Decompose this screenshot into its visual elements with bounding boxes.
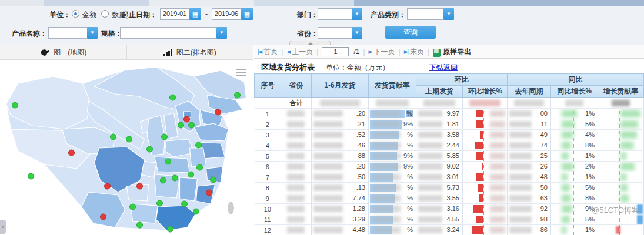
collapse-filter-handle[interactable] — [289, 41, 331, 45]
chevron-down-icon[interactable]: ▼ — [87, 27, 98, 39]
map-marker-red[interactable] — [137, 183, 143, 189]
cell-last-year: 86 — [508, 225, 551, 235]
cell-last-year: 49 — [508, 130, 551, 140]
table-row[interactable]: 124.48%3.24861% — [255, 225, 644, 235]
cell-mom-growth — [463, 98, 508, 109]
next-page-button[interactable]: 下一页 — [374, 47, 395, 57]
chevron-down-icon[interactable]: ▼ — [443, 8, 454, 20]
map-marker-green[interactable] — [157, 200, 163, 206]
map-marker-green[interactable] — [161, 177, 166, 183]
redacted-blur — [313, 184, 343, 191]
table-row[interactable]: 7.50%3.01481% — [255, 172, 644, 183]
tab-rank-chart[interactable]: 图二(排名图) — [126, 45, 253, 59]
chevron-down-icon[interactable]: ▼ — [352, 27, 362, 39]
chevron-down-icon[interactable]: ▼ — [352, 8, 362, 20]
last-page-button[interactable]: 末页 — [410, 47, 424, 57]
map-marker-red[interactable] — [215, 109, 221, 115]
table-row[interactable]: 5889%5.85251% — [255, 151, 644, 162]
china-map[interactable] — [0, 60, 253, 235]
map-marker-green[interactable] — [193, 209, 199, 214]
table-row[interactable]: 1.20%9.97001% — [255, 109, 644, 119]
header-growth-contribution: 增长贡献率 — [598, 86, 644, 98]
cell-prev-period: 2.44 — [416, 140, 463, 151]
drilldown-return-link[interactable]: 下钻返回 — [429, 63, 458, 73]
table-row[interactable]: 113.29%4.55985% — [255, 214, 644, 225]
product-dropdown[interactable]: ▼ — [48, 27, 98, 39]
map-marker-green[interactable] — [197, 164, 203, 170]
chevron-down-icon[interactable]: ▼ — [216, 27, 227, 39]
last-page-icon: ▶| — [404, 49, 408, 55]
redacted-blur — [372, 206, 401, 212]
unit-radio-amount-label[interactable]: 金额 — [82, 10, 96, 20]
map-marker-red[interactable] — [101, 214, 106, 220]
date-to-value[interactable]: 2019-06 — [212, 10, 241, 17]
baseline — [483, 193, 484, 203]
unit-radio-amount[interactable] — [72, 10, 79, 18]
map-marker-green[interactable] — [126, 136, 132, 142]
province-dropdown[interactable]: ▼ — [318, 27, 362, 39]
cell-yoy-growth: 1% — [551, 109, 598, 119]
tab-map-chart[interactable]: 图一(地图) — [0, 45, 126, 59]
cell-prev-period: 9.97 — [416, 109, 463, 119]
calendar-icon[interactable]: ▦ — [189, 8, 201, 20]
map-marker-green[interactable] — [12, 102, 18, 108]
map-marker-red[interactable] — [184, 116, 190, 122]
map-marker-red[interactable] — [69, 150, 75, 156]
baseline — [619, 130, 620, 140]
prev-page-button[interactable]: 上一页 — [292, 47, 313, 57]
map-marker-green[interactable] — [28, 173, 34, 179]
table-row[interactable]: 446%2.44748% — [255, 140, 644, 151]
map-marker-green[interactable] — [147, 146, 153, 152]
baseline — [619, 172, 620, 182]
map-marker-green[interactable] — [178, 122, 184, 128]
map-marker-red[interactable] — [105, 183, 111, 189]
date-to-input[interactable]: 2019-06 ▦ — [212, 8, 253, 20]
table-row[interactable]: 8.13%5.73505% — [255, 183, 644, 193]
dept-dropdown[interactable]: ▼ — [318, 8, 362, 20]
map-marker-green[interactable] — [168, 226, 173, 232]
cell-seq: 3 — [255, 130, 281, 140]
query-button[interactable]: 查询 — [385, 26, 436, 39]
map-marker-green[interactable] — [137, 222, 143, 228]
total-row[interactable]: 合计 — [255, 98, 644, 109]
map-marker-green[interactable] — [130, 204, 136, 210]
redacted-blur — [287, 153, 305, 159]
map-marker-red[interactable] — [206, 190, 212, 196]
table-row[interactable]: 6.209%9.02262% — [255, 162, 644, 172]
spec-dropdown[interactable]: ▼ — [120, 27, 227, 39]
cell-province — [281, 140, 312, 151]
redacted-blur — [418, 184, 442, 191]
mom-bar — [476, 120, 483, 128]
table-row[interactable]: 97.74%3.55638% — [255, 193, 644, 204]
map-marker-green[interactable] — [172, 175, 178, 181]
map-marker-green[interactable] — [182, 201, 188, 207]
map-marker-green[interactable] — [111, 134, 116, 140]
map-marker-green[interactable] — [170, 95, 176, 100]
calendar-icon[interactable]: ▦ — [241, 8, 253, 20]
redacted-blur — [313, 121, 343, 127]
date-from-value[interactable]: 2019-01 — [161, 10, 189, 17]
table-row[interactable]: 2.219%1.81115% — [255, 119, 644, 130]
cell-mom-growth — [463, 193, 508, 204]
china-map-svg[interactable] — [0, 60, 253, 235]
map-marker-green[interactable] — [188, 172, 194, 177]
map-marker-green[interactable] — [235, 92, 241, 98]
cell-province — [281, 151, 312, 162]
menu-icon[interactable] — [236, 67, 246, 78]
map-marker-green[interactable] — [189, 122, 195, 128]
baseline — [619, 140, 620, 150]
baseline — [619, 204, 620, 214]
map-marker-green[interactable] — [211, 177, 216, 183]
category-dropdown[interactable]: ▼ — [407, 8, 454, 20]
unit-radio-quantity[interactable] — [101, 10, 109, 18]
table-row[interactable]: 101.28%3.16929% — [255, 204, 644, 214]
map-marker-green[interactable] — [196, 142, 202, 148]
map-marker-green[interactable] — [165, 159, 171, 164]
map-marker-green[interactable] — [162, 134, 168, 140]
export-button[interactable]: 原样导出 — [443, 47, 471, 57]
page-number-input[interactable] — [322, 47, 349, 56]
first-page-button[interactable]: 首页 — [263, 47, 278, 57]
table-row[interactable]: 3.52%3.58494% — [255, 130, 644, 140]
collapse-left-handle[interactable]: › — [0, 220, 6, 234]
date-from-input[interactable]: 2019-01 ▦ — [160, 8, 201, 20]
